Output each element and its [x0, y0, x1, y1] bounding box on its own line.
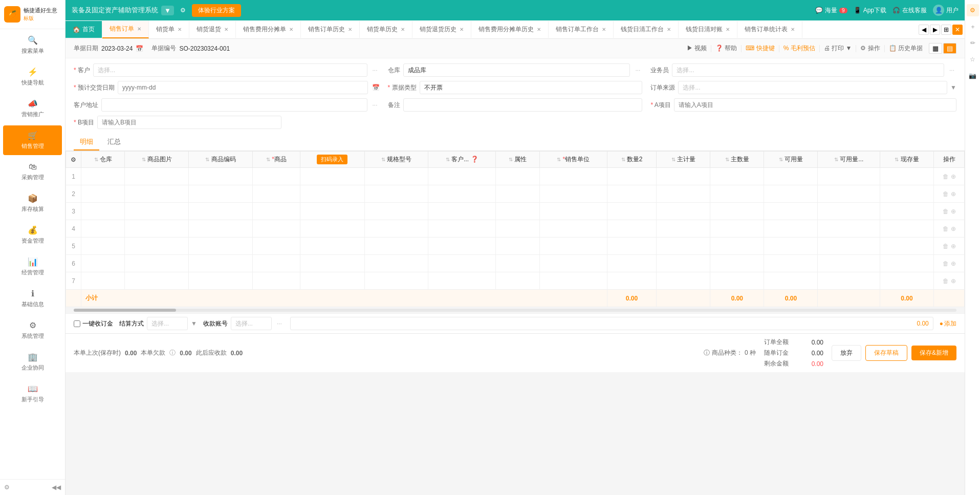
row-2-code[interactable]: [189, 185, 253, 203]
payment-method-select[interactable]: 选择...: [147, 317, 188, 330]
row-5-delete-icon[interactable]: 🗑: [943, 243, 949, 250]
toolbar-btn-shortcut[interactable]: ⌨ 快捷键: [746, 44, 774, 53]
calendar-icon[interactable]: 📅: [136, 45, 143, 52]
row-7-delete-icon[interactable]: 🗑: [943, 277, 949, 285]
row-1-spec[interactable]: [364, 168, 428, 185]
close-tab-cash-reconcile[interactable]: ✕: [726, 27, 730, 32]
message-item[interactable]: 💬 海量 9: [815, 6, 847, 15]
row-2-image[interactable]: [125, 185, 189, 203]
right-sidebar-star-icon[interactable]: ☆: [967, 53, 979, 66]
close-tab-order-workbench[interactable]: ✕: [602, 27, 606, 32]
layout-list-btn[interactable]: ▤: [943, 43, 956, 54]
close-tab-sales-expense[interactable]: ✕: [289, 27, 293, 32]
row-1-available2[interactable]: [818, 168, 880, 185]
order-source-dropdown-icon[interactable]: ▼: [950, 84, 956, 91]
tab-sales-expense[interactable]: 销售费用分摊单 ✕: [236, 21, 301, 38]
delivery-calendar-icon[interactable]: 📅: [372, 84, 380, 91]
scroll-track[interactable]: [74, 309, 956, 312]
row-2-spec[interactable]: [364, 185, 428, 203]
row-1-copy-icon[interactable]: ⊕: [951, 173, 956, 180]
tab-goods-history[interactable]: 销货单历史 ✕: [360, 21, 412, 38]
a-project-input[interactable]: [674, 98, 956, 112]
payment-method-chevron[interactable]: ▼: [191, 320, 197, 327]
tab-order-workbench[interactable]: 销售订单工作台 ✕: [549, 21, 614, 38]
right-sidebar-add-icon[interactable]: ＋: [967, 20, 979, 33]
tabs-close-all-button[interactable]: ✕: [952, 25, 963, 35]
row-3-warehouse[interactable]: [81, 203, 125, 220]
close-tab-return-history[interactable]: ✕: [460, 27, 464, 32]
online-support-item[interactable]: 🎧 在线客服: [892, 6, 927, 15]
row-4-copy-icon[interactable]: ⊕: [951, 225, 956, 232]
sidebar-item-search[interactable]: 🔍 搜索菜单: [3, 30, 62, 60]
toolbar-btn-view[interactable]: ▶ 视频: [687, 44, 707, 53]
app-download-item[interactable]: 📱 App下载: [854, 6, 886, 15]
sidebar-item-marketing[interactable]: 📣 营销推广: [3, 94, 62, 123]
row-2-main-unit[interactable]: [657, 185, 710, 203]
row-2-available[interactable]: [764, 185, 818, 203]
row-7-warehouse[interactable]: [81, 272, 125, 290]
tab-summary[interactable]: 汇总: [101, 134, 127, 150]
one-click-payment-checkbox[interactable]: 一键收订金: [74, 319, 113, 328]
toolbar-btn-operation[interactable]: ⚙ 操作: [860, 44, 880, 53]
right-sidebar-scan-icon[interactable]: 📷: [967, 70, 979, 82]
toolbar-btn-history[interactable]: 📋 历史单据: [889, 44, 923, 53]
customer-address-input[interactable]: [101, 98, 367, 112]
sidebar-item-finance[interactable]: 💰 资金管理: [3, 220, 62, 250]
discard-button[interactable]: 放弃: [832, 345, 861, 361]
order-source-input[interactable]: 选择...: [678, 81, 947, 94]
row-2-main-qty[interactable]: [710, 185, 764, 203]
close-tab-expense-history[interactable]: ✕: [537, 27, 541, 32]
row-1-attribute[interactable]: [496, 168, 539, 185]
close-tab-cash-workbench[interactable]: ✕: [667, 27, 671, 32]
tab-sales-goods[interactable]: 销货单 ✕: [149, 21, 189, 38]
row-6-delete-icon[interactable]: 🗑: [943, 260, 949, 267]
layout-grid-btn[interactable]: ▦: [929, 43, 942, 54]
tab-return-history[interactable]: 销货退货历史 ✕: [412, 21, 471, 38]
row-2-name[interactable]: [252, 185, 300, 203]
row-2-delete-icon[interactable]: 🗑: [943, 190, 949, 198]
address-more-btn[interactable]: ···: [371, 101, 380, 109]
tab-sales-order-history[interactable]: 销售订单历史 ✕: [301, 21, 360, 38]
collection-more-btn[interactable]: ···: [275, 320, 284, 327]
user-item[interactable]: 👤 用户: [933, 5, 959, 16]
row-2-attribute[interactable]: [496, 185, 539, 203]
row-1-main-qty[interactable]: [710, 168, 764, 185]
tab-sales-stats[interactable]: 销售订单统计表 ✕: [737, 21, 802, 38]
sidebar-item-basic-info[interactable]: ℹ 基础信息: [3, 284, 62, 313]
row-3-delete-icon[interactable]: 🗑: [943, 208, 949, 215]
warehouse-input[interactable]: 成品库: [403, 63, 630, 77]
col-settings[interactable]: ⚙: [66, 152, 81, 168]
delivery-date-input[interactable]: [118, 81, 368, 94]
warehouse-more-btn[interactable]: ···: [633, 67, 642, 74]
toolbar-btn-help[interactable]: ❓ 帮助: [715, 44, 737, 53]
tab-cash-reconcile[interactable]: 钱货日清对账 ✕: [679, 21, 737, 38]
scroll-thumb[interactable]: [74, 309, 176, 312]
sidebar-item-system[interactable]: ⚙ 系统管理: [3, 315, 62, 345]
customer-input[interactable]: 选择...: [93, 63, 367, 77]
save-draft-button[interactable]: 保存草稿: [865, 345, 907, 361]
payment-add-button[interactable]: ● 添加: [940, 319, 956, 328]
tabs-next-button[interactable]: ▶: [930, 25, 940, 35]
toolbar-btn-profit[interactable]: % 毛利预估: [783, 44, 815, 53]
row-1-main-unit[interactable]: [657, 168, 710, 185]
row-2-stock[interactable]: [880, 185, 933, 203]
sidebar-collapse-icon[interactable]: ◀◀: [52, 484, 61, 491]
payment-amount-input[interactable]: 0.00: [290, 317, 933, 330]
sidebar-item-purchase[interactable]: 🛍 采购管理: [3, 157, 62, 186]
tab-sales-return[interactable]: 销货退货 ✕: [189, 21, 236, 38]
system-title-dropdown[interactable]: ▼: [161, 6, 174, 15]
row-1-warehouse[interactable]: [81, 168, 125, 185]
right-sidebar-settings-icon[interactable]: ⚙: [967, 4, 979, 16]
scan-entry-button[interactable]: 扫码录入: [317, 155, 347, 164]
info-circle-icon[interactable]: ⓘ: [169, 349, 176, 357]
row-7-copy-icon[interactable]: ⊕: [951, 277, 956, 285]
sidebar-item-quick-nav[interactable]: ⚡ 快捷导航: [3, 62, 62, 92]
close-tab-sales-stats[interactable]: ✕: [791, 27, 795, 32]
remarks-input[interactable]: [403, 98, 643, 112]
tab-detail[interactable]: 明细: [74, 134, 99, 150]
tab-cash-workbench[interactable]: 钱货日清工作台 ✕: [614, 21, 679, 38]
row-2-unit[interactable]: [539, 185, 607, 203]
row-4-delete-icon[interactable]: 🗑: [943, 225, 949, 232]
tab-expense-history[interactable]: 销售费用分摊单历史 ✕: [471, 21, 549, 38]
tab-home[interactable]: 🏠 首页: [66, 21, 102, 38]
